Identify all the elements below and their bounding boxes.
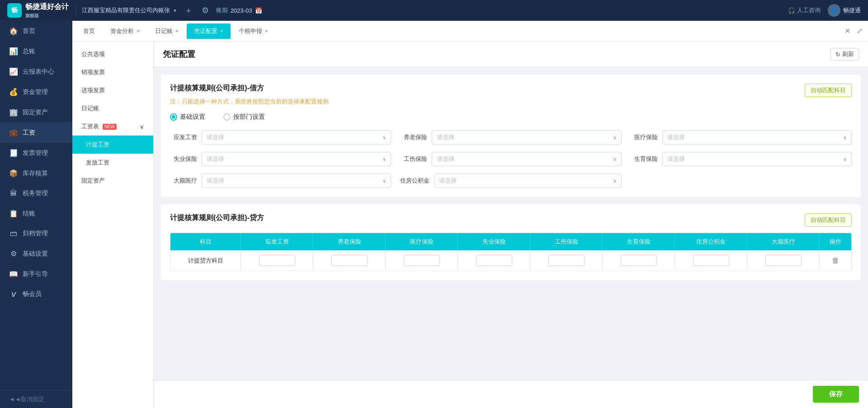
col-work-injury: 工伤保险 — [530, 233, 603, 250]
user-area[interactable]: 👤 畅捷通 — [828, 4, 861, 17]
left-nav-purchase-invoice[interactable]: 进项发票 — [72, 81, 153, 99]
logo-area: 畅 畅捷通好会计 旗舰版 — [7, 2, 71, 19]
service-label: 人工咨询 — [797, 6, 821, 14]
delete-row-btn[interactable]: 🗑 — [832, 257, 839, 265]
debit-auto-match-btn[interactable]: 自动匹配科目 — [805, 84, 852, 97]
cell-large-medical — [747, 250, 820, 271]
left-nav-payroll-payout[interactable]: 发放工资 — [72, 154, 153, 172]
unemployment-select[interactable]: 请选择 ∨ — [202, 152, 391, 166]
left-nav-fixed-assets[interactable]: 固定资产 — [72, 172, 153, 190]
sidebar-item-basic-settings[interactable]: ⚙ 基础设置 — [0, 244, 72, 264]
debit-section-title: 计提核算规则(公司承担)-借方 — [170, 84, 852, 93]
customer-service-btn[interactable]: 🎧 人工咨询 — [788, 6, 821, 14]
tab-fund-analysis-close[interactable]: × — [137, 28, 140, 34]
sidebar-label-archive: 归档管理 — [23, 230, 48, 238]
sidebar-item-guide[interactable]: 📖 新手引导 — [0, 264, 72, 284]
tab-tax-filing[interactable]: 个税申报 × — [231, 23, 275, 39]
credit-auto-match-btn[interactable]: 自动匹配科目 — [805, 213, 852, 227]
tab-journal-close[interactable]: × — [175, 28, 179, 34]
sidebar-item-inventory[interactable]: 📦 库存核算 — [0, 163, 72, 183]
top-bar: 畅 畅捷通好会计 旗舰版 江西服宝精品有限责任公司内账张 ▼ ＋ ⚙ 账期 20… — [0, 0, 868, 21]
radio-by-dept[interactable]: 按部门设置 — [223, 113, 265, 121]
tab-expand-btn[interactable]: ⤢ — [855, 25, 864, 37]
left-nav-sales-invoice[interactable]: 销项发票 — [72, 63, 153, 81]
maternity-select[interactable]: 请选择 ∨ — [662, 152, 852, 166]
sidebar-item-fund[interactable]: 💰 资金管理 — [0, 82, 72, 102]
credit-section: 自动匹配科目 计提核算规则(公司承担)-贷方 科目 应发工资 养老保险 — [161, 204, 861, 280]
company-selector[interactable]: 江西服宝精品有限责任公司内账张 ▼ — [82, 6, 177, 14]
housing-fund-chevron-icon: ∨ — [613, 178, 617, 184]
cell-unemployment — [458, 250, 530, 271]
input-maternity[interactable] — [621, 255, 657, 266]
refresh-button[interactable]: ↻ 刷新 — [830, 48, 859, 61]
tab-home[interactable]: 首页 — [76, 23, 102, 39]
radio-group: 基础设置 按部门设置 — [170, 113, 852, 121]
calendar-icon[interactable]: 📅 — [255, 7, 262, 14]
add-button[interactable]: ＋ — [183, 3, 194, 18]
large-medical-chevron-icon: ∨ — [382, 178, 386, 184]
sidebar-item-archive[interactable]: 🗃 归档管理 — [0, 224, 72, 244]
gross-salary-select[interactable]: 请选择 ∨ — [202, 130, 391, 145]
cell-medical — [386, 250, 458, 271]
tab-fund-analysis[interactable]: 资金分析 × — [103, 23, 147, 39]
tab-tax-filing-close[interactable]: × — [265, 28, 268, 34]
content-area: 首页 资金分析 × 日记账 × 凭证配置 × 个税申报 × ✕ ⤢ — [72, 21, 868, 408]
input-medical[interactable] — [404, 255, 440, 266]
tab-journal[interactable]: 日记账 × — [148, 23, 186, 39]
tab-voucher-config[interactable]: 凭证配置 × — [187, 23, 231, 39]
settings-icon[interactable]: ⚙ — [200, 4, 211, 17]
input-unemployment[interactable] — [476, 255, 512, 266]
sidebar-label-inventory: 库存核算 — [23, 169, 48, 178]
sidebar-item-fixed-assets[interactable]: 🏢 固定资产 — [0, 102, 72, 122]
sidebar-item-tax[interactable]: 🏛 税务管理 — [0, 183, 72, 203]
tab-bar: 首页 资金分析 × 日记账 × 凭证配置 × 个税申报 × ✕ ⤢ — [72, 21, 868, 42]
debit-section: 自动匹配科目 计提核算规则(公司承担)-借方 注：只能选择一种方式，系统将按照您… — [161, 75, 861, 197]
input-gross-salary[interactable] — [259, 255, 295, 266]
work-injury-chevron-icon: ∨ — [613, 156, 617, 162]
refresh-icon: ↻ — [835, 51, 840, 58]
radio-dept-circle — [223, 113, 231, 121]
left-nav-payroll-group[interactable]: 工资表 NEW ∨ — [72, 117, 153, 136]
input-pension[interactable] — [331, 255, 368, 266]
sidebar-item-vip[interactable]: V 畅会员 — [0, 284, 72, 304]
tab-close-btn[interactable]: ✕ — [843, 25, 852, 37]
credit-table-wrapper: 科目 应发工资 养老保险 医疗保险 失业保险 工伤保险 生育保险 住房公积金 大 — [170, 233, 852, 271]
sidebar-item-reports[interactable]: 📈 云报表中心 — [0, 61, 72, 82]
left-nav-journal[interactable]: 日记账 — [72, 99, 153, 117]
salary-icon: 💼 — [9, 128, 18, 137]
sidebar-item-home[interactable]: 🏠 首页 — [0, 21, 72, 41]
input-housing-fund[interactable] — [693, 255, 729, 266]
left-nav-payroll-accrual[interactable]: 计提工资 — [72, 136, 153, 154]
left-nav-public-options[interactable]: 公共选项 — [72, 45, 153, 63]
medical-select[interactable]: 请选择 ∨ — [662, 130, 852, 145]
main-right: 凭证配置 ↻ 刷新 自动匹配科目 计提核算规则(公司承担)-借方 注：只能选择一… — [154, 42, 868, 408]
housing-fund-select[interactable]: 请选择 ∨ — [434, 174, 621, 188]
save-bar: 保存 — [154, 380, 868, 408]
pension-select[interactable]: 请选择 ∨ — [432, 130, 621, 145]
radio-basic-settings[interactable]: 基础设置 — [170, 113, 205, 121]
field-unemployment: 失业保险 请选择 ∨ — [170, 152, 391, 166]
input-large-medical[interactable] — [765, 255, 802, 266]
guide-icon: 📖 — [9, 270, 18, 278]
cancel-fixed-btn[interactable]: ◄◄取消固定 — [0, 390, 72, 408]
field-large-medical: 大额医疗 请选择 ∨ — [170, 174, 391, 188]
sidebar-label-basic-settings: 基础设置 — [23, 250, 48, 258]
input-work-injury[interactable] — [548, 255, 585, 266]
app-logo-sub: 旗舰版 — [25, 13, 69, 19]
save-button[interactable]: 保存 — [813, 386, 859, 403]
sidebar-item-ledger[interactable]: 📊 总账 — [0, 41, 72, 61]
left-nav: 公共选项 销项发票 进项发票 日记账 工资表 NEW ∨ 计提工资 发放工资 固… — [72, 42, 154, 408]
tab-voucher-config-close[interactable]: × — [220, 28, 223, 34]
sidebar-item-close-accounts[interactable]: 📋 结账 — [0, 203, 72, 224]
col-pension: 养老保险 — [313, 233, 386, 250]
work-injury-select[interactable]: 请选择 ∨ — [432, 152, 621, 166]
large-medical-select[interactable]: 请选择 ∨ — [202, 174, 391, 188]
maternity-placeholder: 请选择 — [667, 155, 685, 163]
field-medical: 医疗保险 请选择 ∨ — [631, 130, 852, 145]
col-large-medical: 大额医疗 — [747, 233, 820, 250]
invoice-icon: 🧾 — [9, 149, 18, 157]
large-medical-label: 大额医疗 — [170, 177, 197, 185]
sidebar-item-salary[interactable]: 💼 工资 — [0, 122, 72, 143]
sidebar-item-invoice[interactable]: 🧾 发票管理 — [0, 143, 72, 163]
col-gross-salary: 应发工资 — [241, 233, 313, 250]
